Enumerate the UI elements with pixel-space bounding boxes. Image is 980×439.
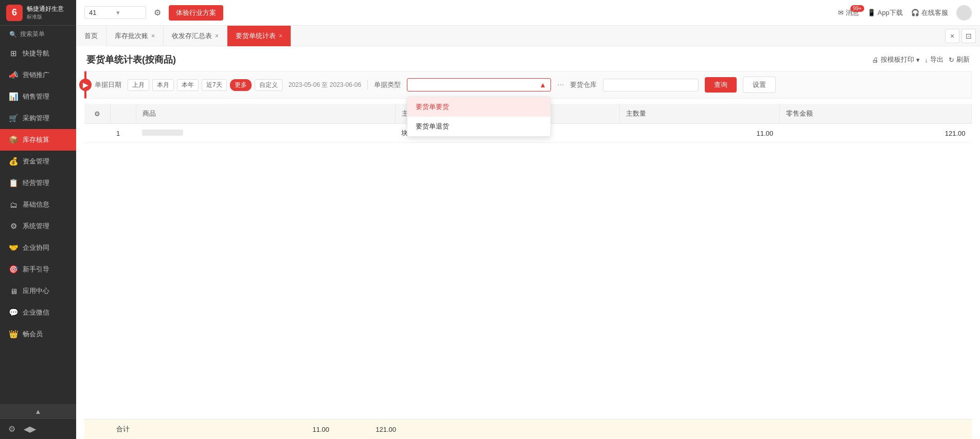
type-select-up-arrow[interactable]: ▲ xyxy=(539,81,546,89)
sidebar-item-guide[interactable]: 🎯 新手引导 xyxy=(0,259,76,280)
type-dropdown-menu: 要货单要货 要货单退货 xyxy=(407,97,551,137)
sidebar-item-wechat[interactable]: 💬 企业微信 xyxy=(0,302,76,323)
refresh-icon: ↻ xyxy=(949,56,954,64)
sidebar-item-sales[interactable]: 📊 销售管理 xyxy=(0,86,76,107)
sidebar-label-app-center: 应用中心 xyxy=(23,286,49,296)
sidebar-icon-sales: 📊 xyxy=(8,92,19,102)
online-service-button[interactable]: 🎧 在线客服 xyxy=(911,8,948,17)
set-button[interactable]: 设置 xyxy=(743,77,776,93)
messages-button[interactable]: ✉ 消息 99+ xyxy=(838,8,859,17)
tabs-bar: 首页 库存批次账 × 收发存汇总表 × 要货单统计表 × × ⊡ xyxy=(76,26,980,46)
sidebar-label-inventory: 库存核算 xyxy=(23,135,49,144)
type-filter-label: 单据类型 xyxy=(374,80,401,89)
app-download-button[interactable]: 📱 App下载 xyxy=(867,8,903,17)
row-main-qty: 11.00 xyxy=(620,124,779,143)
sidebar-icon-quick-nav: ⊞ xyxy=(8,48,19,59)
sidebar-item-purchase[interactable]: 🛒 采购管理 xyxy=(0,107,76,129)
sidebar-item-finance[interactable]: 💰 资金管理 xyxy=(0,151,76,172)
sidebar-label-purchase: 采购管理 xyxy=(23,114,49,123)
sidebar-item-enterprise[interactable]: 🤝 企业协同 xyxy=(0,237,76,259)
sidebar-item-inventory[interactable]: 📦 库存核算 xyxy=(0,129,76,151)
type-input[interactable] xyxy=(412,81,539,89)
user-avatar[interactable] xyxy=(956,5,972,21)
message-icon: ✉ xyxy=(838,9,844,16)
sidebar-label-system: 系统管理 xyxy=(23,222,49,231)
tab-requisition-stat-label: 要货单统计表 xyxy=(236,31,276,41)
sidebar-icon-purchase: 🛒 xyxy=(8,113,19,123)
sidebar-item-marketing[interactable]: 📣 营销推广 xyxy=(0,64,76,86)
sidebar-label-vip: 畅会员 xyxy=(23,330,43,339)
close-tab-button[interactable]: × xyxy=(945,29,959,43)
sidebar-icon-inventory: 📦 xyxy=(8,135,19,145)
topbar-left: 41 ▾ ⚙ 体验行业方案 xyxy=(84,5,832,21)
export-button[interactable]: ↓ 导出 xyxy=(925,55,944,64)
sidebar-icon-system: ⚙ xyxy=(8,221,19,231)
warehouse-select[interactable] xyxy=(603,79,699,92)
row-settings-cell xyxy=(84,124,110,143)
dropdown-item-requisition-return[interactable]: 要货单退货 xyxy=(407,117,550,136)
date-btn-last-month[interactable]: 上月 xyxy=(128,79,149,91)
tab-requisition-stat-close[interactable]: × xyxy=(279,32,282,40)
page-content: 要货单统计表(按商品) 🖨 按模板打印 ▾ ↓ 导出 ↻ 刷新 ▶ xyxy=(76,46,980,439)
sidebar-label-sales: 销售管理 xyxy=(23,92,49,101)
col-index xyxy=(110,104,136,124)
date-btn-this-year[interactable]: 本年 xyxy=(177,79,199,91)
tab-receipt-summary-label: 收发存汇总表 xyxy=(172,31,212,41)
tab-inventory-batch-close[interactable]: × xyxy=(151,32,155,40)
sidebar-item-app-center[interactable]: 🖥 应用中心 xyxy=(0,280,76,302)
sidebar-item-vip[interactable]: 👑 畅会员 xyxy=(0,323,76,345)
row-sale-amount: 121.00 xyxy=(779,124,971,143)
sidebar-icon-vip: 👑 xyxy=(8,329,19,339)
service-icon: 🎧 xyxy=(911,9,919,16)
print-dropdown-arrow: ▾ xyxy=(916,56,920,64)
date-btn-more[interactable]: 更多 xyxy=(230,79,252,91)
sidebar-icon-marketing: 📣 xyxy=(8,70,19,80)
logo-text: 畅捷通好生意 标准版 xyxy=(27,5,64,20)
page-header: 要货单统计表(按商品) 🖨 按模板打印 ▾ ↓ 导出 ↻ 刷新 xyxy=(76,46,980,71)
collapse-icon[interactable]: ◀▶ xyxy=(24,424,36,434)
filter-expand-button[interactable]: ▶ xyxy=(79,79,92,91)
sidebar-icon-guide: 🎯 xyxy=(8,264,19,275)
dropdown-item-requisition-order[interactable]: 要货单要货 xyxy=(407,97,550,117)
filter-more-dots[interactable]: ··· xyxy=(557,80,564,89)
expand-tab-button[interactable]: ⊡ xyxy=(961,29,976,43)
company-dropdown-arrow: ▾ xyxy=(116,9,141,16)
filter-bar: ▶ 单据日期 上月 本月 本年 近7天 更多 自定义 2023-05-06 至 … xyxy=(84,71,972,99)
date-btn-this-month[interactable]: 本月 xyxy=(152,79,174,91)
warehouse-input[interactable] xyxy=(608,81,694,89)
sidebar-label-finance: 资金管理 xyxy=(23,157,49,166)
print-button[interactable]: 🖨 按模板打印 ▾ xyxy=(872,55,920,64)
refresh-button[interactable]: ↻ 刷新 xyxy=(949,55,970,64)
trial-button[interactable]: 体验行业方案 xyxy=(169,5,223,21)
date-btn-custom[interactable]: 自定义 xyxy=(255,79,282,91)
sidebar-item-system[interactable]: ⚙ 系统管理 xyxy=(0,215,76,237)
main-content: 41 ▾ ⚙ 体验行业方案 ✉ 消息 99+ 📱 App下载 🎧 在线客服 xyxy=(76,0,980,439)
sidebar-item-quick-nav[interactable]: ⊞ 快捷导航 xyxy=(0,43,76,64)
sidebar-icon-wechat: 💬 xyxy=(8,307,19,318)
sidebar-icon-app-center: 🖥 xyxy=(8,286,19,296)
tab-inventory-batch[interactable]: 库存批次账 × xyxy=(106,26,164,46)
col-settings[interactable]: ⚙ xyxy=(84,104,110,124)
tab-receipt-summary[interactable]: 收发存汇总表 × xyxy=(164,26,227,46)
tab-inventory-batch-label: 库存批次账 xyxy=(115,31,148,41)
company-select[interactable]: 41 ▾ xyxy=(84,6,146,19)
sidebar-item-basic[interactable]: 🗂 基础信息 xyxy=(0,194,76,215)
date-btn-last-7-days[interactable]: 近7天 xyxy=(202,79,227,91)
sidebar-search[interactable]: 🔍 搜索菜单 xyxy=(0,26,76,43)
date-shortcuts: 上月 本月 本年 近7天 更多 自定义 xyxy=(128,79,282,91)
query-button[interactable]: 查询 xyxy=(705,77,737,93)
settings-icon[interactable]: ⚙ xyxy=(8,424,15,434)
type-select[interactable]: ▲ xyxy=(407,78,551,92)
settings-icon[interactable]: ⚙ xyxy=(150,6,165,20)
sidebar-logo: 6 畅捷通好生意 标准版 xyxy=(0,0,76,26)
sidebar-bottom: ⚙ ◀▶ xyxy=(0,418,76,439)
app-download-icon: 📱 xyxy=(867,9,876,16)
tab-receipt-summary-close[interactable]: × xyxy=(215,32,219,40)
tab-requisition-stat[interactable]: 要货单统计表 × xyxy=(227,26,291,46)
col-sale-amount: 零售金额 xyxy=(779,104,971,124)
tab-home[interactable]: 首页 xyxy=(76,26,106,46)
service-label: 在线客服 xyxy=(921,8,948,17)
sidebar-item-operation[interactable]: 📋 经营管理 xyxy=(0,172,76,194)
table-footer: 合计 11.00 121.00 xyxy=(84,419,972,439)
sidebar-scroll-up[interactable]: ▲ xyxy=(0,404,76,418)
